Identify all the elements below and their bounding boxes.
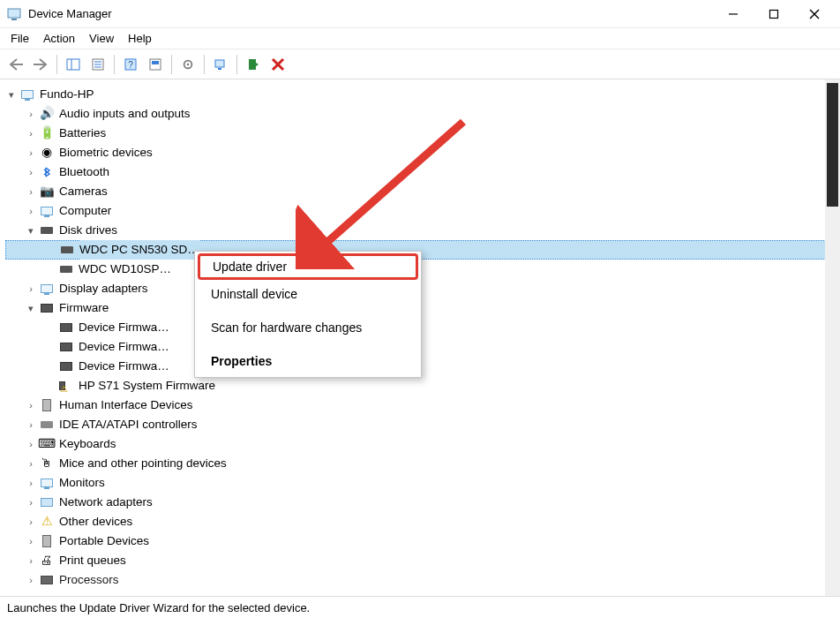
tree-item-disk-wdc-sn530[interactable]: WDC PC SN530 SD… [5, 240, 840, 260]
desktop-icon [40, 204, 54, 218]
scan-hardware-toolbar-button[interactable] [209, 53, 232, 76]
tree-item-ide[interactable]: › IDE ATA/ATAPI controllers [5, 415, 840, 434]
toolbar-separator-1 [56, 55, 57, 74]
bluetooth-icon [40, 165, 54, 179]
tree-item-biometric[interactable]: › ◉ Biometric devices [5, 143, 840, 162]
chevron-right-icon[interactable]: › [25, 512, 37, 531]
tree-item-portable-devices[interactable]: › Portable Devices [5, 531, 840, 551]
maximize-button[interactable] [754, 0, 794, 28]
app-icon [7, 7, 21, 21]
svg-rect-19 [218, 68, 221, 70]
tree-item-firmware-hp-s71[interactable]: ⚠ HP S71 System Firmware [5, 376, 840, 396]
tree-item-cameras[interactable]: › 📷 Cameras [5, 182, 840, 201]
chevron-down-icon[interactable]: ▾ [25, 221, 37, 240]
tree-item-audio[interactable]: › 🔊 Audio inputs and outputs [5, 104, 840, 124]
tree-item-monitors[interactable]: › Monitors [5, 473, 840, 493]
portable-device-icon [40, 534, 54, 548]
tree-item-keyboards[interactable]: › ⌨ Keyboards [5, 434, 840, 454]
minimize-button[interactable] [713, 0, 754, 28]
tree-item-processors[interactable]: › Processors [5, 570, 840, 590]
svg-rect-18 [215, 60, 224, 67]
disk-icon [59, 262, 73, 276]
chevron-right-icon[interactable]: › [25, 162, 37, 182]
tree-root-label: Fundo-HP [40, 85, 94, 104]
menu-action[interactable]: Action [36, 30, 82, 47]
chevron-right-icon[interactable]: › [25, 473, 37, 493]
monitor-icon [40, 476, 54, 490]
disk-icon [40, 223, 54, 237]
scrollbar-thumb[interactable] [827, 83, 838, 207]
menu-file[interactable]: File [4, 30, 36, 47]
close-button[interactable] [794, 0, 835, 28]
mouse-icon: 🖱 [40, 456, 54, 471]
status-text: Launches the Update Driver Wizard for th… [7, 601, 310, 614]
chip-icon [59, 340, 73, 354]
tree-item-batteries[interactable]: › 🔋 Batteries [5, 124, 840, 143]
tree-item-computer[interactable]: › Computer [5, 201, 840, 221]
chevron-down-icon[interactable]: ▾ [5, 85, 18, 104]
chevron-right-icon[interactable]: › [25, 143, 37, 162]
tree-item-firmware[interactable]: ▾ Firmware [5, 298, 840, 318]
chevron-right-icon[interactable]: › [25, 182, 37, 201]
ctx-update-driver[interactable]: Update driver [198, 253, 418, 280]
tree-root[interactable]: ▾ Fundo-HP [5, 85, 840, 104]
vertical-scrollbar[interactable] [825, 79, 840, 596]
ctx-uninstall-device[interactable]: Uninstall device [195, 282, 421, 306]
chevron-right-icon[interactable]: › [25, 570, 37, 590]
disk-icon [60, 243, 74, 257]
chevron-right-icon[interactable]: › [25, 531, 37, 551]
toolbar-separator-2 [114, 55, 115, 74]
svg-rect-3 [770, 10, 778, 18]
add-legacy-hardware-button[interactable] [242, 53, 265, 76]
uninstall-device-toolbar-button[interactable] [266, 53, 289, 76]
keyboard-icon: ⌨ [40, 437, 54, 451]
nav-back-button[interactable] [4, 53, 27, 76]
chevron-right-icon[interactable]: › [25, 201, 37, 221]
tree-item-firmware-child[interactable]: Device Firmwa… [5, 357, 840, 376]
nav-forward-button[interactable] [29, 53, 52, 76]
tree-item-bluetooth[interactable]: › Bluetooth [5, 162, 840, 182]
tree-item-disk-wdc-wd10sp[interactable]: WDC WD10SP… [5, 260, 840, 279]
window-title: Device Manager [28, 7, 112, 20]
display-adapter-icon [40, 282, 54, 296]
svg-rect-6 [67, 59, 79, 70]
tree-item-firmware-child[interactable]: Device Firmwa… [5, 318, 840, 337]
chevron-right-icon[interactable]: › [25, 124, 37, 143]
action-toolbar-button[interactable] [144, 53, 167, 76]
svg-rect-15 [152, 61, 159, 64]
chevron-right-icon[interactable]: › [25, 415, 37, 434]
tree-item-print-queues[interactable]: › 🖨 Print queues [5, 551, 840, 570]
computer-icon [20, 87, 34, 102]
tree-item-disk-drives[interactable]: ▾ Disk drives [5, 221, 840, 240]
chevron-right-icon[interactable]: › [25, 279, 37, 298]
speaker-icon: 🔊 [40, 107, 54, 121]
toolbar-separator-5 [236, 55, 237, 74]
update-driver-toolbar-button[interactable] [176, 53, 199, 76]
chip-icon [59, 359, 73, 373]
menu-help[interactable]: Help [121, 30, 159, 47]
chevron-right-icon[interactable]: › [25, 493, 37, 512]
tree-item-hid[interactable]: › Human Interface Devices [5, 396, 840, 415]
tree-item-firmware-child[interactable]: Device Firmwa… [5, 337, 840, 357]
ctx-scan-hardware[interactable]: Scan for hardware changes [195, 315, 421, 340]
context-menu: Update driver Uninstall device Scan for … [194, 251, 422, 378]
svg-rect-20 [249, 59, 256, 70]
tree-item-other-devices[interactable]: › ⚠ Other devices [5, 512, 840, 531]
tree-item-display-adapters[interactable]: › Display adapters [5, 279, 840, 298]
svg-point-17 [187, 63, 190, 65]
chevron-right-icon[interactable]: › [25, 454, 37, 473]
processor-icon [40, 573, 54, 587]
chevron-right-icon[interactable]: › [25, 396, 37, 415]
ctx-properties[interactable]: Properties [195, 349, 421, 373]
menu-view[interactable]: View [82, 30, 121, 47]
show-hide-console-tree-button[interactable] [62, 53, 85, 76]
help-toolbar-button[interactable]: ? [119, 53, 142, 76]
tree-item-network[interactable]: › Network adapters [5, 493, 840, 512]
tree-item-mice[interactable]: › 🖱 Mice and other pointing devices [5, 454, 840, 473]
svg-rect-1 [11, 19, 17, 20]
chevron-down-icon[interactable]: ▾ [25, 298, 37, 318]
properties-toolbar-button[interactable] [86, 53, 109, 76]
chevron-right-icon[interactable]: › [25, 434, 37, 454]
chevron-right-icon[interactable]: › [25, 104, 37, 124]
chevron-right-icon[interactable]: › [25, 551, 37, 570]
